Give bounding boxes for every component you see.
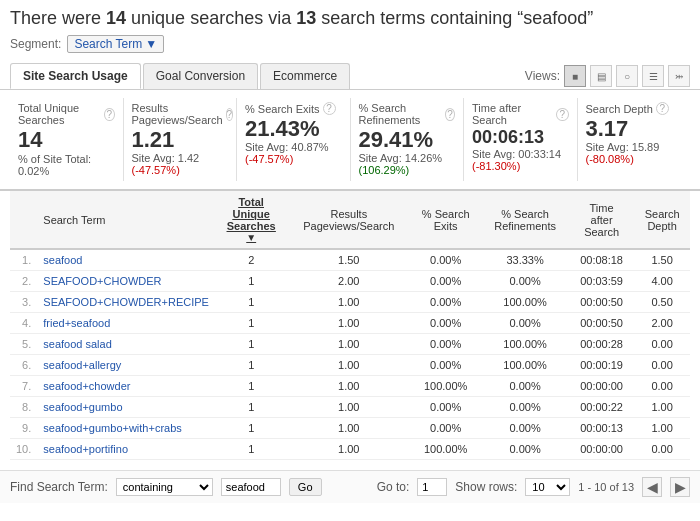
cell-exits: 0.00% xyxy=(410,249,481,271)
th-time[interactable]: TimeafterSearch xyxy=(569,191,634,249)
view-chart-icon[interactable]: ▤ xyxy=(590,65,612,87)
th-results[interactable]: ResultsPageviews/Search xyxy=(287,191,410,249)
cell-refinements: 0.00% xyxy=(481,271,569,292)
views-label: Views: xyxy=(525,69,560,83)
cell-term[interactable]: SEAFOOD+CHOWDER+RECIPE xyxy=(37,292,215,313)
help-icon-refinements[interactable]: ? xyxy=(445,108,455,121)
footer-bar: Find Search Term: containing beginning w… xyxy=(0,470,700,503)
data-table: Search Term TotalUniqueSearches ▼ Result… xyxy=(10,191,690,460)
cell-unique: 1 xyxy=(215,355,288,376)
cell-num: 10. xyxy=(10,439,37,460)
goto-label: Go to: xyxy=(377,480,410,494)
tab-ecommerce[interactable]: Ecommerce xyxy=(260,63,350,89)
cell-term[interactable]: seafood+allergy xyxy=(37,355,215,376)
search-term-link[interactable]: fried+seafood xyxy=(43,317,110,329)
search-term-link[interactable]: seafood+gumbo+with+crabs xyxy=(43,422,182,434)
metrics-row: Total Unique Searches ? 14 % of Site Tot… xyxy=(0,90,700,191)
view-pie-icon[interactable]: ○ xyxy=(616,65,638,87)
search-term-link[interactable]: seafood salad xyxy=(43,338,112,350)
view-line-icon[interactable]: ⤔ xyxy=(668,65,690,87)
segment-label: Segment: xyxy=(10,37,61,51)
search-term-link[interactable]: SEAFOOD+CHOWDER xyxy=(43,275,161,287)
metric-results-label: Results Pageviews/Search ? xyxy=(132,102,229,126)
help-icon-results[interactable]: ? xyxy=(226,108,234,121)
th-num xyxy=(10,191,37,249)
help-icon-depth[interactable]: ? xyxy=(656,102,669,115)
cell-refinements: 0.00% xyxy=(481,313,569,334)
filter-select[interactable]: containing beginning with ending with ex… xyxy=(116,478,213,496)
cell-term[interactable]: seafood+gumbo xyxy=(37,397,215,418)
tab-site-search[interactable]: Site Search Usage xyxy=(10,63,141,89)
search-term-link[interactable]: seafood+chowder xyxy=(43,380,130,392)
cell-time: 00:08:18 xyxy=(569,249,634,271)
search-term-link[interactable]: seafood+gumbo xyxy=(43,401,122,413)
help-icon-total[interactable]: ? xyxy=(104,108,114,121)
cell-unique: 1 xyxy=(215,271,288,292)
th-exits[interactable]: % SearchExits xyxy=(410,191,481,249)
metric-time-after: Time after Search ? 00:06:13 Site Avg: 0… xyxy=(464,98,578,181)
cell-exits: 0.00% xyxy=(410,334,481,355)
cell-num: 5. xyxy=(10,334,37,355)
metric-total-unique: Total Unique Searches ? 14 % of Site Tot… xyxy=(10,98,124,181)
table-row: 4. fried+seafood 1 1.00 0.00% 0.00% 00:0… xyxy=(10,313,690,334)
cell-refinements: 0.00% xyxy=(481,397,569,418)
metric-depth-value: 3.17 xyxy=(586,117,683,141)
cell-num: 2. xyxy=(10,271,37,292)
segment-bar: Segment: Search Term ▼ xyxy=(0,33,700,59)
view-table-icon[interactable]: ☰ xyxy=(642,65,664,87)
cell-depth: 4.00 xyxy=(634,271,690,292)
search-term-link[interactable]: SEAFOOD+CHOWDER+RECIPE xyxy=(43,296,209,308)
search-term-link[interactable]: seafood+allergy xyxy=(43,359,121,371)
table-row: 5. seafood salad 1 1.00 0.00% 100.00% 00… xyxy=(10,334,690,355)
cell-unique: 1 xyxy=(215,292,288,313)
search-term-link[interactable]: seafood+portifino xyxy=(43,443,128,455)
metric-exits-label: % Search Exits ? xyxy=(245,102,342,115)
cell-term[interactable]: seafood xyxy=(37,249,215,271)
tab-goal-conversion[interactable]: Goal Conversion xyxy=(143,63,258,89)
cell-depth: 0.00 xyxy=(634,334,690,355)
th-depth[interactable]: SearchDepth xyxy=(634,191,690,249)
tabs-bar: Site Search Usage Goal Conversion Ecomme… xyxy=(0,59,700,90)
page-container: There were 14 unique searches via 13 sea… xyxy=(0,0,700,503)
cell-refinements: 100.00% xyxy=(481,334,569,355)
help-icon-time[interactable]: ? xyxy=(556,108,568,121)
cell-num: 8. xyxy=(10,397,37,418)
help-icon-exits[interactable]: ? xyxy=(323,102,336,115)
cell-term[interactable]: seafood salad xyxy=(37,334,215,355)
cell-refinements: 0.00% xyxy=(481,418,569,439)
cell-time: 00:00:00 xyxy=(569,376,634,397)
cell-term[interactable]: seafood+gumbo+with+crabs xyxy=(37,418,215,439)
cell-unique: 1 xyxy=(215,313,288,334)
search-term-link[interactable]: seafood xyxy=(43,254,82,266)
cell-num: 1. xyxy=(10,249,37,271)
cell-results: 1.00 xyxy=(287,439,410,460)
cell-term[interactable]: SEAFOOD+CHOWDER xyxy=(37,271,215,292)
cell-term[interactable]: fried+seafood xyxy=(37,313,215,334)
cell-refinements: 100.00% xyxy=(481,355,569,376)
cell-term[interactable]: seafood+portifino xyxy=(37,439,215,460)
prev-page-button[interactable]: ◀ xyxy=(642,477,662,497)
cell-depth: 1.50 xyxy=(634,249,690,271)
cell-term[interactable]: seafood+chowder xyxy=(37,376,215,397)
cell-refinements: 100.00% xyxy=(481,292,569,313)
metric-results-avg: Site Avg: 1.42 (-47.57%) xyxy=(132,152,229,176)
cell-time: 00:00:50 xyxy=(569,292,634,313)
segment-selector[interactable]: Search Term ▼ xyxy=(67,35,164,53)
cell-results: 1.00 xyxy=(287,313,410,334)
cell-exits: 0.00% xyxy=(410,397,481,418)
search-input[interactable] xyxy=(221,478,281,496)
cell-refinements: 33.33% xyxy=(481,249,569,271)
cell-time: 00:00:00 xyxy=(569,439,634,460)
view-grid-icon[interactable]: ■ xyxy=(564,65,586,87)
next-page-button[interactable]: ▶ xyxy=(670,477,690,497)
cell-unique: 2 xyxy=(215,249,288,271)
show-rows-select[interactable]: 10 25 50 100 xyxy=(525,478,570,496)
go-button[interactable]: Go xyxy=(289,478,322,496)
goto-input[interactable] xyxy=(417,478,447,496)
th-refinements[interactable]: % SearchRefinements xyxy=(481,191,569,249)
metric-total-unique-value: 14 xyxy=(18,128,115,152)
th-term[interactable]: Search Term xyxy=(37,191,215,249)
pages-info: 1 - 10 of 13 xyxy=(578,481,634,493)
th-unique[interactable]: TotalUniqueSearches ▼ xyxy=(215,191,288,249)
cell-time: 00:00:50 xyxy=(569,313,634,334)
